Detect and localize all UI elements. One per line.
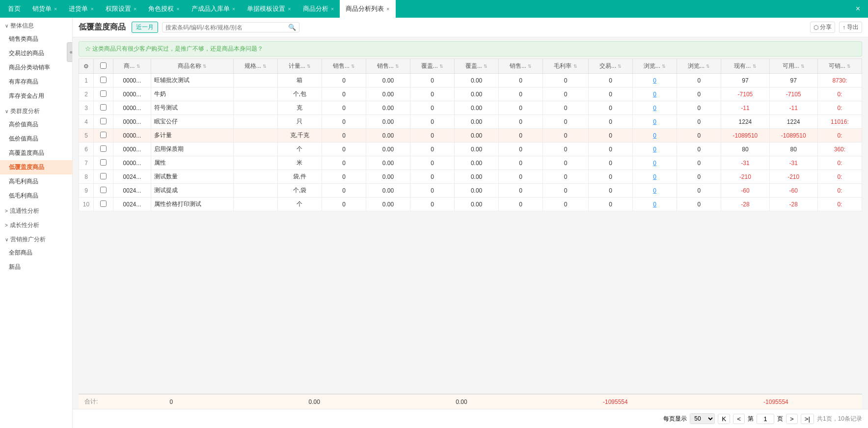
- close-icon[interactable]: ×: [331, 6, 334, 12]
- row-checkbox[interactable]: [94, 129, 113, 143]
- nav-goods-analysis[interactable]: 商品分析 ×: [297, 0, 340, 18]
- sidebar-item-new-goods[interactable]: 新品: [0, 260, 72, 274]
- col-header-sales-amt[interactable]: 销售... ⇅: [366, 59, 410, 74]
- nav-goods-analysis-list[interactable]: 商品分析列表 ×: [340, 0, 395, 18]
- row-checkbox[interactable]: [94, 87, 113, 101]
- data-table-container[interactable]: ⚙ 商... ⇅ 商品名称 ⇅ 规格... ⇅ 计量... ⇅ 销售... ⇅ …: [79, 58, 862, 394]
- row-browse1[interactable]: 0: [633, 143, 677, 156]
- row-browse1[interactable]: 0: [633, 115, 677, 129]
- first-page-button[interactable]: K: [718, 414, 730, 424]
- sidebar-item-low-margin[interactable]: 低毛利商品: [0, 189, 72, 203]
- search-input[interactable]: [165, 24, 288, 31]
- row-checkbox[interactable]: [94, 156, 113, 170]
- col-header-name[interactable]: 商品名称 ⇅: [151, 59, 233, 74]
- col-header-spec[interactable]: 规格... ⇅: [233, 59, 277, 74]
- nav-permissions[interactable]: 权限设置 ×: [100, 0, 142, 18]
- col-header-cur-stock[interactable]: 现有... ⇅: [721, 59, 769, 74]
- row-browse1[interactable]: 0: [633, 74, 677, 87]
- sidebar-section-growth[interactable]: > 成长性分析: [0, 217, 72, 231]
- col-header-avail[interactable]: 可用... ⇅: [769, 59, 817, 74]
- close-icon[interactable]: ×: [134, 6, 136, 12]
- row-browse1[interactable]: 0: [633, 129, 677, 143]
- sidebar-item-category-turnover[interactable]: 商品分类动销率: [0, 60, 72, 75]
- close-icon[interactable]: ×: [386, 6, 389, 12]
- close-icon[interactable]: ×: [54, 6, 57, 12]
- row-checkbox[interactable]: [94, 143, 113, 156]
- sidebar-section-cluster[interactable]: ∨ 类群度分析: [0, 103, 72, 117]
- sidebar-item-high-value[interactable]: 高价值商品: [0, 117, 72, 132]
- sidebar-item-low-value[interactable]: 低价值商品: [0, 132, 72, 146]
- settings-column-header[interactable]: ⚙: [79, 59, 94, 74]
- row-checkbox[interactable]: [94, 198, 113, 211]
- col-header-browse2[interactable]: 浏览... ⇅: [677, 59, 721, 74]
- row-sellable: 0:: [817, 87, 862, 101]
- close-icon[interactable]: ×: [90, 6, 93, 12]
- prev-page-button[interactable]: <: [733, 414, 745, 424]
- row-code: 0000...: [113, 143, 151, 156]
- row-checkbox[interactable]: [94, 74, 113, 87]
- col-header-sales3[interactable]: 销售... ⇅: [499, 59, 543, 74]
- col-header-cov1[interactable]: 覆盖... ⇅: [410, 59, 455, 74]
- sidebar-section-marketing[interactable]: ∨ 营销推广分析: [0, 231, 72, 246]
- header-actions: ⬡ 分享 ↑ 导出: [810, 22, 862, 33]
- row-sellable: 0:: [817, 156, 862, 170]
- row-checkbox[interactable]: [94, 170, 113, 184]
- nav-role-auth[interactable]: 角色授权 ×: [142, 0, 185, 18]
- nav-template-settings[interactable]: 单据模板设置 ×: [241, 0, 297, 18]
- sidebar-item-all-goods[interactable]: 全部商品: [0, 246, 72, 260]
- row-checkbox[interactable]: [94, 101, 113, 115]
- row-sales3: 0: [499, 143, 543, 156]
- col-header-trade[interactable]: 交易... ⇅: [589, 59, 633, 74]
- checkbox-column-header[interactable]: [94, 59, 113, 74]
- share-button[interactable]: ⬡ 分享: [810, 22, 835, 33]
- nav-sales-order[interactable]: 销货单 ×: [27, 0, 63, 18]
- col-header-sales-qty[interactable]: 销售... ⇅: [322, 59, 366, 74]
- filter-period-button[interactable]: 近一月: [132, 22, 158, 33]
- sidebar-item-high-margin[interactable]: 高毛利商品: [0, 174, 72, 189]
- sidebar-section-overall[interactable]: ∨ 整体信息: [0, 18, 72, 32]
- col-header-browse1[interactable]: 浏览... ⇅: [633, 59, 677, 74]
- row-checkbox[interactable]: [94, 184, 113, 198]
- sidebar-item-sales-goods[interactable]: 销售类商品: [0, 32, 72, 46]
- col-header-code[interactable]: 商... ⇅: [113, 59, 151, 74]
- row-sellable: 8730:: [817, 74, 862, 87]
- col-header-gm[interactable]: 毛利率 ⇅: [543, 59, 589, 74]
- next-page-button[interactable]: >: [786, 414, 798, 424]
- row-browse1[interactable]: 0: [633, 101, 677, 115]
- page-number-input[interactable]: [757, 414, 774, 424]
- row-name: 牛奶: [151, 87, 233, 101]
- sidebar-collapse-button[interactable]: «: [67, 42, 73, 62]
- nav-home[interactable]: 首页: [2, 0, 27, 18]
- sidebar-item-high-coverage[interactable]: 高覆盖度商品: [0, 146, 72, 160]
- row-browse1[interactable]: 0: [633, 87, 677, 101]
- col-header-unit[interactable]: 计量... ⇅: [277, 59, 322, 74]
- select-all-checkbox[interactable]: [100, 62, 107, 69]
- row-checkbox[interactable]: [94, 115, 113, 129]
- row-trade: 0: [589, 198, 633, 211]
- close-icon[interactable]: ×: [288, 6, 291, 12]
- row-sales3: 0: [499, 170, 543, 184]
- close-icon[interactable]: ×: [232, 6, 235, 12]
- sidebar-section-liquidity[interactable]: > 流通性分析: [0, 203, 72, 217]
- row-cov1: 0: [410, 198, 455, 211]
- row-sales3: 0: [499, 198, 543, 211]
- sidebar-item-traded-goods[interactable]: 交易过的商品: [0, 46, 72, 60]
- nav-purchase-order[interactable]: 进货单 ×: [63, 0, 99, 18]
- sidebar-item-stock-capital[interactable]: 库存资金占用: [0, 89, 72, 103]
- row-browse1[interactable]: 0: [633, 170, 677, 184]
- per-page-select[interactable]: 50 10 20 100: [690, 413, 715, 424]
- col-header-sellable[interactable]: 可销... ⇅: [817, 59, 862, 74]
- row-browse1[interactable]: 0: [633, 156, 677, 170]
- row-browse1[interactable]: 0: [633, 184, 677, 198]
- last-page-button[interactable]: >|: [801, 414, 814, 424]
- close-all-button[interactable]: ×: [850, 4, 866, 13]
- sidebar-item-low-coverage[interactable]: 低覆盖度商品: [0, 160, 72, 174]
- col-header-cov2[interactable]: 覆盖... ⇅: [455, 59, 499, 74]
- row-sales-qty: 0: [322, 115, 366, 129]
- sidebar-item-stocked-goods[interactable]: 有库存商品: [0, 75, 72, 89]
- nav-finished-goods[interactable]: 产成品入库单 ×: [186, 0, 241, 18]
- close-icon[interactable]: ×: [176, 6, 179, 12]
- row-browse1[interactable]: 0: [633, 198, 677, 211]
- export-button[interactable]: ↑ 导出: [839, 22, 862, 33]
- row-browse2: 0: [677, 87, 721, 101]
